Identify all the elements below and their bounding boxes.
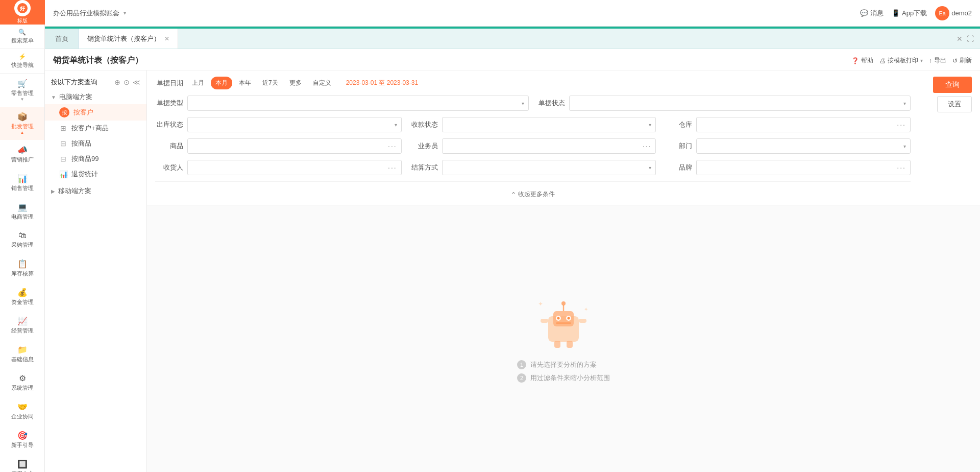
date-tab-this-year[interactable]: 本年 bbox=[234, 77, 256, 89]
date-filter-label: 单据日期 bbox=[155, 79, 183, 88]
scheme-item-active-icon: 按 bbox=[59, 107, 69, 117]
export-btn[interactable]: ↑ 导出 bbox=[929, 56, 946, 65]
collapse-label: 收起更多条件 bbox=[518, 190, 555, 199]
purchase-icon: 🛍 bbox=[18, 231, 27, 240]
quick-nav-item[interactable]: ⚡ 快捷导航 bbox=[0, 49, 44, 74]
filter-payment-input[interactable]: ▾ bbox=[442, 117, 656, 132]
refresh-label: 刷新 bbox=[960, 56, 972, 65]
print-icon: 🖨 bbox=[879, 57, 886, 64]
page-content: 销货单统计表（按客户） ❓ 帮助 🖨 按模板打印 ▾ ↑ 导出 ↺ 刷新 bbox=[45, 49, 980, 472]
date-tab-this-month[interactable]: 本月 bbox=[211, 77, 232, 89]
scheme-item-goods99-label: 按商品99 bbox=[71, 154, 99, 163]
filter-item-salesperson: 业务员 ··· bbox=[410, 138, 656, 154]
scheme-collapse-icon[interactable]: ≪ bbox=[133, 78, 140, 86]
sidebar-item-operations[interactable]: 📈 经营管理 bbox=[0, 311, 44, 340]
filter-brand-dots-icon: ··· bbox=[897, 163, 906, 172]
tab-active[interactable]: 销货单统计表（按客户） ✕ bbox=[79, 29, 178, 49]
date-tab-last-month[interactable]: 上月 bbox=[187, 77, 209, 89]
app-download-btn[interactable]: 📱 App下载 bbox=[892, 9, 927, 18]
scheme-item-customer-goods-label: 按客户+商品 bbox=[71, 124, 109, 133]
avatar: Ea bbox=[935, 6, 949, 20]
settings-button[interactable]: 设置 bbox=[937, 96, 972, 112]
sidebar-item-inventory[interactable]: 📋 库存核算 bbox=[0, 254, 44, 282]
scheme-group-desktop-title[interactable]: ▼ 电脑端方案 bbox=[45, 90, 146, 104]
logo-text: 标版 bbox=[17, 17, 28, 25]
help-btn[interactable]: ❓ 帮助 bbox=[851, 56, 873, 65]
sidebar-item-guide[interactable]: 🎯 新手引导 bbox=[0, 426, 44, 454]
wholesale-icon: 📦 bbox=[17, 112, 28, 122]
collapse-filter-btn[interactable]: ⌃ 收起更多条件 bbox=[511, 187, 555, 202]
scheme-item-return-stats[interactable]: 📊 退货统计 bbox=[45, 167, 146, 182]
sidebar-item-purchase[interactable]: 🛍 采购管理 bbox=[0, 226, 44, 254]
sidebar-item-wholesale[interactable]: 📦 批发管理 ▲ bbox=[0, 107, 44, 140]
scheme-group-mobile: ▶ 移动端方案 bbox=[45, 184, 146, 198]
date-tab-custom[interactable]: 自定义 bbox=[308, 77, 336, 89]
operations-label: 经营管理 bbox=[11, 327, 34, 335]
tab-home-label: 首页 bbox=[55, 34, 68, 43]
filter-status-input[interactable]: ▾ bbox=[569, 96, 911, 111]
scheme-item-customer-goods[interactable]: ⊞ 按客户+商品 bbox=[45, 121, 146, 136]
filter-payment-method-label: 结算方式 bbox=[410, 163, 438, 172]
filter-type-input[interactable]: ▾ bbox=[187, 96, 529, 111]
window-close-icon[interactable]: ✕ bbox=[957, 35, 963, 43]
window-maximize-icon[interactable]: ⛶ bbox=[967, 35, 974, 43]
sidebar-item-finance[interactable]: 💰 资金管理 bbox=[0, 282, 44, 311]
scheme-group-mobile-title[interactable]: ▶ 移动端方案 bbox=[45, 184, 146, 198]
filter-receiver-input[interactable]: ··· bbox=[187, 160, 402, 175]
system-label: 系统管理 bbox=[11, 384, 34, 392]
filter-brand-input[interactable]: ··· bbox=[696, 160, 911, 175]
system-icon: ⚙ bbox=[19, 373, 26, 383]
print-btn[interactable]: 🖨 按模板打印 ▾ bbox=[879, 56, 923, 65]
wholesale-label: 批发管理 bbox=[11, 123, 34, 130]
scheme-settings-icon[interactable]: ⊙ bbox=[124, 78, 130, 86]
message-label: 消息 bbox=[870, 9, 884, 18]
empty-state-area: ✦ ✦ 1 请先选择要分析的方案 2 用过滤条件来缩小分析范围 bbox=[147, 205, 980, 472]
svg-point-10 bbox=[561, 301, 566, 305]
guide-icon: 🎯 bbox=[17, 431, 28, 440]
topbar-dropdown-icon[interactable]: ▾ bbox=[124, 10, 126, 16]
sidebar-item-app-center[interactable]: 🔲 应用中心 bbox=[0, 454, 44, 472]
filter-outbound-input[interactable]: ▾ bbox=[187, 117, 402, 132]
filter-warehouse-label: 仓库 bbox=[664, 120, 692, 129]
sidebar-item-ecommerce[interactable]: 💻 电商管理 bbox=[0, 197, 44, 226]
scheme-item-return-stats-label: 退货统计 bbox=[71, 170, 98, 179]
collab-label: 企业协同 bbox=[11, 413, 34, 420]
scheme-item-by-goods[interactable]: ⊟ 按商品 bbox=[45, 136, 146, 151]
tab-close-icon[interactable]: ✕ bbox=[164, 35, 169, 42]
filter-row-1: 单据类型 ▾ 单据状态 ▾ bbox=[155, 96, 911, 111]
refresh-btn[interactable]: ↺ 刷新 bbox=[952, 56, 972, 65]
sales-label: 销售管理 bbox=[11, 184, 34, 192]
filter-salesperson-label: 业务员 bbox=[410, 141, 438, 151]
filter-dept-input[interactable]: ▾ bbox=[696, 138, 911, 154]
print-label: 按模板打印 bbox=[888, 56, 918, 65]
tab-home[interactable]: 首页 bbox=[45, 29, 79, 49]
search-menu-item[interactable]: 🔍 搜索菜单 bbox=[0, 25, 44, 49]
date-tab-7days[interactable]: 近7天 bbox=[258, 77, 283, 89]
scheme-add-icon[interactable]: ⊕ bbox=[114, 78, 120, 86]
sidebar-item-basic-info[interactable]: 📁 基础信息 bbox=[0, 340, 44, 368]
user-profile[interactable]: Ea demo2 bbox=[935, 6, 972, 20]
filter-goods-input[interactable]: ··· bbox=[187, 138, 402, 154]
scheme-item-by-goods-label: 按商品 bbox=[71, 139, 91, 148]
sidebar-item-system[interactable]: ⚙ 系统管理 bbox=[0, 368, 44, 397]
inventory-icon: 📋 bbox=[17, 259, 28, 269]
filter-salesperson-input[interactable]: ··· bbox=[442, 138, 656, 154]
scheme-item-goods99[interactable]: ⊟ 按商品99 bbox=[45, 151, 146, 167]
query-button[interactable]: 查询 bbox=[933, 77, 972, 93]
date-tab-more[interactable]: 更多 bbox=[285, 77, 306, 89]
filter-panel: 单据日期 上月 本月 本年 近7天 更多 自定义 2023-03-01 至 20… bbox=[147, 70, 919, 205]
sidebar-item-sales[interactable]: 📊 销售管理 bbox=[0, 169, 44, 197]
filter-receiver-dots-icon: ··· bbox=[388, 163, 397, 172]
filter-payment-method-input[interactable]: ▾ bbox=[442, 160, 656, 175]
scheme-item-by-customer[interactable]: 按 按客户 bbox=[45, 104, 146, 121]
message-btn[interactable]: 💬 消息 bbox=[860, 9, 884, 18]
filter-warehouse-input[interactable]: ··· bbox=[696, 117, 911, 132]
topbar-title: 办公用品行业模拟账套 bbox=[53, 9, 119, 18]
sidebar-item-marketing[interactable]: 📣 营销推广 bbox=[0, 140, 44, 169]
date-range-display: 2023-03-01 至 2023-03-31 bbox=[346, 79, 418, 87]
sidebar-item-retail[interactable]: 🛒 零售管理 ▼ bbox=[0, 74, 44, 107]
sidebar-item-collab[interactable]: 🤝 企业协同 bbox=[0, 397, 44, 426]
user-name: demo2 bbox=[951, 9, 972, 17]
filter-item-outbound: 出库状态 ▾ bbox=[155, 117, 402, 132]
filter-brand-label: 品牌 bbox=[664, 163, 692, 172]
